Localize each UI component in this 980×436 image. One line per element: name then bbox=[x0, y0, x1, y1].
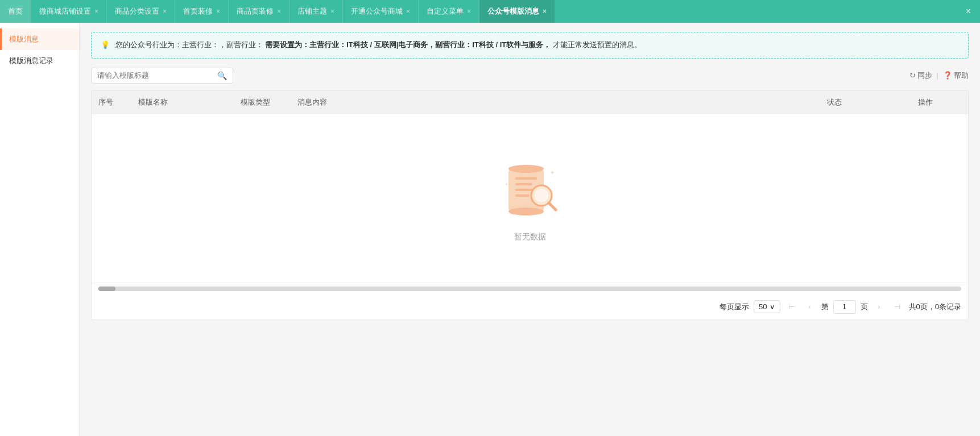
nav-tab-shop-settings[interactable]: 微商城店铺设置 × bbox=[31, 0, 107, 23]
per-page-chevron-icon: ∨ bbox=[770, 302, 775, 311]
page-label-prefix: 第 bbox=[821, 302, 829, 312]
page-input[interactable] bbox=[833, 300, 856, 314]
nav-tab-home-label: 首页 bbox=[8, 6, 23, 16]
svg-rect-7 bbox=[515, 194, 530, 197]
scrollbar-track[interactable] bbox=[98, 286, 961, 291]
last-page-button[interactable]: ⊣ bbox=[891, 300, 904, 314]
per-page-value: 50 bbox=[759, 302, 767, 311]
nav-tab-template-msg[interactable]: 公众号模版消息 × bbox=[479, 0, 555, 23]
main-layout: 模版消息 模版消息记录 💡 您的公众号行业为：主营行业：，副营行业： 需要设置为… bbox=[0, 23, 980, 436]
svg-point-2 bbox=[508, 165, 544, 173]
nav-tab-product-decor-label: 商品页装修 bbox=[237, 6, 274, 16]
nav-tab-open-mall[interactable]: 开通公众号商城 × bbox=[343, 0, 419, 23]
sidebar-item-template-msg-record-label: 模版消息记录 bbox=[9, 56, 53, 65]
next-page-button[interactable]: › bbox=[873, 300, 886, 314]
nav-tab-custom-menu-label: 自定义菜单 bbox=[427, 6, 464, 16]
empty-illustration: ✦ ✦ bbox=[496, 155, 564, 223]
svg-point-3 bbox=[508, 207, 544, 215]
col-header-action: 操作 bbox=[911, 91, 968, 114]
empty-state: ✦ ✦ 暂无数据 bbox=[98, 121, 961, 276]
help-button[interactable]: ❓ 帮助 bbox=[943, 70, 969, 81]
col-header-name: 模版名称 bbox=[131, 91, 234, 114]
sidebar-item-template-msg-label: 模版消息 bbox=[9, 35, 39, 43]
col-header-status: 状态 bbox=[820, 91, 911, 114]
total-label: 共0页，0条记录 bbox=[909, 302, 961, 312]
nav-tab-open-mall-label: 开通公众号商城 bbox=[351, 6, 403, 16]
table-body: ✦ ✦ 暂无数据 bbox=[92, 114, 968, 283]
actions-divider: | bbox=[937, 71, 938, 80]
nav-tab-shop-settings-close[interactable]: × bbox=[94, 7, 98, 15]
nav-tab-category-label: 商品分类设置 bbox=[115, 6, 159, 16]
prev-page-icon: ‹ bbox=[808, 302, 811, 311]
search-input[interactable] bbox=[97, 71, 217, 80]
sync-label: 同步 bbox=[917, 70, 932, 81]
nav-tab-homepage-decor[interactable]: 首页装修 × bbox=[175, 0, 229, 23]
nav-tab-product-decor[interactable]: 商品页装修 × bbox=[229, 0, 290, 23]
scrollbar-thumb[interactable] bbox=[98, 286, 115, 291]
sync-button[interactable]: ↻ 同步 bbox=[909, 70, 932, 81]
help-icon: ❓ bbox=[943, 71, 952, 80]
sidebar-item-template-msg[interactable]: 模版消息 bbox=[0, 28, 79, 50]
search-actions: ↻ 同步 | ❓ 帮助 bbox=[909, 70, 969, 81]
notice-icon: 💡 bbox=[101, 40, 110, 49]
col-header-type: 模版类型 bbox=[234, 91, 291, 114]
col-header-content: 消息内容 bbox=[291, 91, 820, 114]
svg-text:✦: ✦ bbox=[550, 169, 555, 176]
prev-page-button[interactable]: ‹ bbox=[803, 300, 817, 314]
top-nav: 首页 微商城店铺设置 × 商品分类设置 × 首页装修 × 商品页装修 × 店铺主… bbox=[0, 0, 980, 23]
nav-tab-template-msg-close[interactable]: × bbox=[543, 7, 547, 15]
svg-line-10 bbox=[549, 203, 556, 210]
nav-tab-custom-menu-close[interactable]: × bbox=[467, 7, 471, 15]
nav-tab-template-msg-label: 公众号模版消息 bbox=[487, 6, 539, 16]
global-close-icon: × bbox=[966, 6, 971, 16]
notice-prefix: 您的公众号行业为：主营行业：，副营行业： bbox=[115, 40, 263, 49]
sidebar: 模版消息 模版消息记录 bbox=[0, 23, 80, 436]
nav-tab-theme-close[interactable]: × bbox=[330, 7, 334, 15]
table-wrapper: 序号 模版名称 模版类型 消息内容 状态 bbox=[91, 90, 969, 320]
notice-box: 💡 您的公众号行业为：主营行业：，副营行业： 需要设置为：主营行业：IT科技 /… bbox=[91, 32, 969, 59]
per-page-select[interactable]: 50 ∨ bbox=[754, 300, 780, 313]
empty-state-row: ✦ ✦ 暂无数据 bbox=[92, 114, 968, 283]
pagination-row: 每页显示 50 ∨ ⊢ ‹ 第 页 › ⊣ bbox=[92, 294, 968, 319]
sync-icon: ↻ bbox=[909, 71, 916, 80]
scrollbar-row bbox=[92, 283, 968, 294]
nav-tab-shop-settings-label: 微商城店铺设置 bbox=[39, 6, 91, 16]
search-icon[interactable]: 🔍 bbox=[217, 71, 227, 80]
nav-tab-homepage-decor-label: 首页装修 bbox=[183, 6, 213, 16]
svg-point-9 bbox=[535, 189, 548, 202]
last-page-icon: ⊣ bbox=[894, 302, 900, 311]
nav-tab-product-decor-close[interactable]: × bbox=[277, 7, 281, 15]
global-close-button[interactable]: × bbox=[957, 0, 980, 23]
notice-suffix: 才能正常发送预置的消息。 bbox=[553, 40, 642, 49]
data-table: 序号 模版名称 模版类型 消息内容 状态 bbox=[92, 91, 968, 283]
next-page-icon: › bbox=[878, 302, 880, 311]
content-area: 💡 您的公众号行业为：主营行业：，副营行业： 需要设置为：主营行业：IT科技 /… bbox=[80, 23, 980, 436]
empty-state-cell: ✦ ✦ 暂无数据 bbox=[92, 114, 968, 283]
per-page-label: 每页显示 bbox=[720, 302, 749, 312]
search-row: 🔍 ↻ 同步 | ❓ 帮助 bbox=[91, 68, 969, 84]
svg-text:✦: ✦ bbox=[505, 182, 508, 187]
notice-highlight: 需要设置为：主营行业：IT科技 / 互联网|电子商务，副营行业：IT科技 / I… bbox=[265, 40, 551, 49]
page-label-suffix: 页 bbox=[861, 302, 868, 312]
svg-rect-4 bbox=[515, 177, 537, 180]
nav-tab-custom-menu[interactable]: 自定义菜单 × bbox=[419, 0, 479, 23]
table-header: 序号 模版名称 模版类型 消息内容 状态 bbox=[92, 91, 968, 114]
svg-rect-5 bbox=[515, 183, 532, 185]
nav-tab-category-close[interactable]: × bbox=[163, 7, 167, 15]
help-label: 帮助 bbox=[954, 70, 969, 81]
search-input-wrap[interactable]: 🔍 bbox=[91, 68, 233, 84]
sidebar-item-template-msg-record[interactable]: 模版消息记录 bbox=[0, 50, 79, 72]
nav-tab-open-mall-close[interactable]: × bbox=[406, 7, 410, 15]
nav-tab-category[interactable]: 商品分类设置 × bbox=[107, 0, 175, 23]
col-header-index: 序号 bbox=[92, 91, 131, 114]
nav-tab-theme[interactable]: 店铺主题 × bbox=[290, 0, 343, 23]
nav-tab-theme-label: 店铺主题 bbox=[297, 6, 327, 16]
nav-tab-home[interactable]: 首页 bbox=[0, 0, 31, 23]
first-page-button[interactable]: ⊢ bbox=[785, 300, 799, 314]
empty-text: 暂无数据 bbox=[110, 232, 950, 242]
nav-tab-homepage-decor-close[interactable]: × bbox=[216, 7, 220, 15]
first-page-icon: ⊢ bbox=[788, 302, 795, 311]
